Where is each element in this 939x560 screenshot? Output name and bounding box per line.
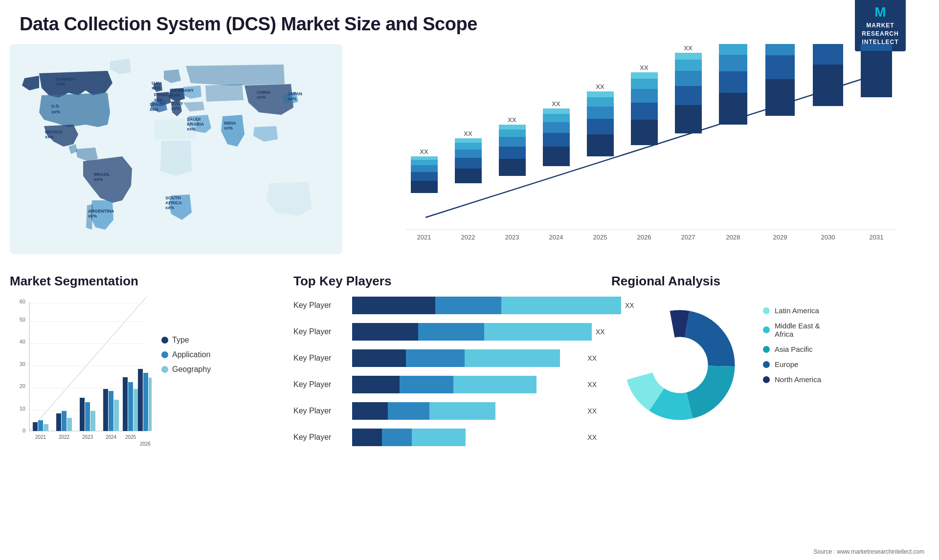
svg-text:U.S.: U.S. xyxy=(51,104,60,108)
player-row-4: Key Player XX xyxy=(293,376,597,393)
svg-rect-39 xyxy=(411,160,438,165)
player-bar-1 xyxy=(352,297,621,314)
svg-text:XX: XX xyxy=(508,116,516,124)
svg-rect-46 xyxy=(455,143,482,150)
svg-rect-72 xyxy=(631,103,658,120)
svg-rect-67 xyxy=(587,97,614,107)
svg-text:INDIA: INDIA xyxy=(224,121,236,126)
players-table: Key Player XX Key Player XX xyxy=(293,297,597,446)
legend-asia-pacific: Asia Pacific xyxy=(763,345,821,353)
svg-text:2028: 2028 xyxy=(726,234,740,241)
segmentation-chart-full: 2026 xyxy=(10,297,152,458)
svg-rect-101 xyxy=(861,44,892,51)
svg-rect-58 xyxy=(543,133,570,147)
svg-text:FRANCE: FRANCE xyxy=(154,92,173,97)
svg-text:CHINA: CHINA xyxy=(257,90,271,95)
svg-text:xx%: xx% xyxy=(288,96,296,101)
player-value-2: XX xyxy=(596,328,605,336)
svg-rect-43 xyxy=(455,169,482,183)
svg-rect-141 xyxy=(138,369,143,431)
svg-rect-100 xyxy=(861,51,892,97)
legend-middle-east-africa: Middle East &Africa xyxy=(763,322,821,338)
svg-text:2022: 2022 xyxy=(461,234,475,241)
svg-text:xx%: xx% xyxy=(187,127,196,131)
player-row-1: Key Player XX xyxy=(293,297,597,314)
svg-rect-88 xyxy=(719,44,747,55)
player-label-1: Key Player xyxy=(293,301,352,310)
logo-text: MARKETRESEARCHINTELLECT xyxy=(862,22,898,45)
svg-text:xx%: xx% xyxy=(88,214,97,218)
svg-rect-57 xyxy=(543,147,570,166)
svg-text:SOUTH: SOUTH xyxy=(165,195,181,200)
player-row-6: Key Player XX xyxy=(293,429,597,446)
svg-point-150 xyxy=(652,338,707,392)
svg-rect-59 xyxy=(543,122,570,133)
market-segmentation-section: Market Segmentation 0 10 20 30 40 50 60 xyxy=(10,274,279,538)
svg-rect-82 xyxy=(675,53,702,60)
legend-north-america: North America xyxy=(763,375,821,384)
svg-rect-61 xyxy=(543,108,570,114)
svg-rect-81 xyxy=(675,60,702,71)
svg-rect-142 xyxy=(143,373,148,431)
svg-text:BRAZIL: BRAZIL xyxy=(94,172,110,177)
svg-rect-45 xyxy=(455,150,482,158)
svg-text:xx%: xx% xyxy=(154,97,163,102)
player-label-2: Key Player xyxy=(293,327,352,336)
svg-text:XX: XX xyxy=(552,100,560,108)
svg-rect-79 xyxy=(675,86,702,105)
svg-rect-87 xyxy=(719,55,747,71)
svg-rect-44 xyxy=(455,158,482,169)
player-value-4: XX xyxy=(587,381,597,388)
svg-rect-51 xyxy=(499,147,526,159)
svg-text:xx%: xx% xyxy=(94,177,103,182)
svg-rect-85 xyxy=(719,93,747,125)
svg-rect-68 xyxy=(587,91,614,97)
svg-rect-54 xyxy=(499,125,526,129)
svg-rect-66 xyxy=(587,107,614,119)
svg-text:xx%: xx% xyxy=(257,95,266,100)
svg-text:XX: XX xyxy=(640,64,648,71)
svg-text:xx%: xx% xyxy=(165,205,174,210)
svg-text:xx%: xx% xyxy=(171,106,180,111)
donut-chart xyxy=(611,297,748,433)
svg-text:GERMANY: GERMANY xyxy=(171,88,194,93)
svg-text:XX: XX xyxy=(420,148,428,155)
donut-chart-container: Latin America Middle East &Africa Asia P… xyxy=(611,297,929,433)
player-row-3: Key Player XX xyxy=(293,349,597,367)
svg-rect-97 xyxy=(813,44,843,65)
svg-rect-143 xyxy=(149,378,152,431)
legend-type: Type xyxy=(161,336,211,345)
svg-text:MEXICO: MEXICO xyxy=(45,129,63,134)
svg-text:xx%: xx% xyxy=(171,93,180,98)
svg-text:XX: XX xyxy=(596,83,604,90)
svg-text:AFRICA: AFRICA xyxy=(165,200,182,205)
svg-text:ARGENTINA: ARGENTINA xyxy=(88,209,114,214)
player-value-3: XX xyxy=(587,354,597,362)
bar-chart-section: XX 2021 XX 2022 XX 2023 XX 2024 XX 2025 xyxy=(367,44,929,254)
page-title: Data Collection System (DCS) Market Size… xyxy=(20,14,477,35)
svg-text:2027: 2027 xyxy=(681,234,695,241)
regional-analysis-section: Regional Analysis xyxy=(611,274,929,538)
svg-rect-96 xyxy=(813,65,843,106)
player-row-2: Key Player XX xyxy=(293,323,597,341)
svg-rect-75 xyxy=(631,72,658,79)
svg-rect-40 xyxy=(411,156,438,160)
svg-rect-37 xyxy=(411,172,438,181)
svg-text:2026: 2026 xyxy=(637,234,651,241)
svg-rect-93 xyxy=(765,44,795,55)
svg-text:JAPAN: JAPAN xyxy=(288,91,302,96)
svg-rect-64 xyxy=(587,134,614,156)
regional-title: Regional Analysis xyxy=(611,274,929,289)
svg-text:2024: 2024 xyxy=(549,234,563,241)
svg-text:SAUDI: SAUDI xyxy=(187,117,201,122)
svg-rect-86 xyxy=(719,71,747,93)
logo: M MARKETRESEARCHINTELLECT xyxy=(836,5,924,44)
svg-text:2031: 2031 xyxy=(870,234,884,241)
player-bar-3 xyxy=(352,349,583,367)
player-value-5: XX xyxy=(587,407,597,415)
player-value-6: XX xyxy=(587,433,597,441)
player-label-3: Key Player xyxy=(293,354,352,363)
svg-rect-73 xyxy=(631,89,658,103)
world-map: CANADA xx% U.S. xx% MEXICO xx% BRAZIL xx… xyxy=(10,44,342,254)
source-text: Source : www.marketresearchintellect.com xyxy=(813,548,924,555)
